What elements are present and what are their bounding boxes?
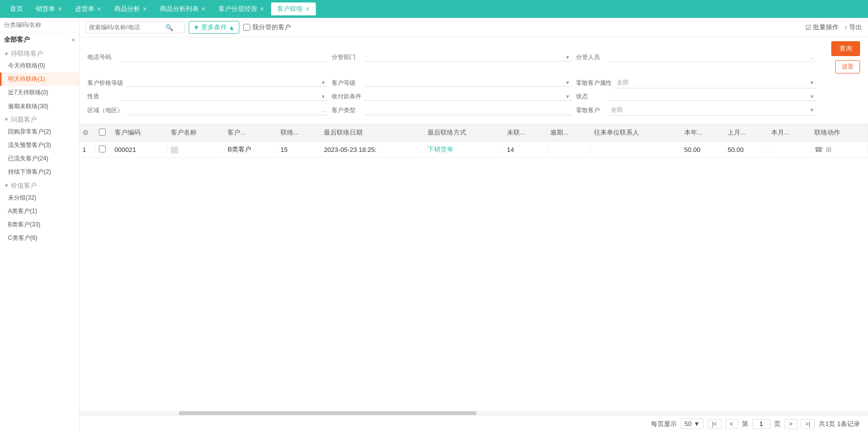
filter-cell-phone: 电话号码 (87, 53, 328, 62)
dept-select[interactable]: ▼ (364, 54, 572, 62)
my-customers-label: 我分管的客户 (252, 23, 291, 32)
col-action: 联络动作 (811, 124, 868, 142)
export-button[interactable]: ↑ 导出 (845, 23, 863, 32)
batch-ops-button[interactable]: ☑ 批量操作 (805, 23, 839, 32)
batch-ops-label: 批量操作 (813, 23, 839, 32)
filter-action-col: 查询 设置 (820, 41, 860, 73)
filter-cell-manager: 分管人员 ... (576, 53, 816, 62)
customer-grade-select[interactable]: ▼ (364, 79, 572, 87)
status-select[interactable]: ▼ (609, 93, 816, 101)
nature-select[interactable]: ▼ (120, 93, 328, 101)
nav-product-analysis[interactable]: 商品分析✕ (108, 2, 153, 15)
prev-page-button[interactable]: < (725, 419, 738, 429)
page-label: 第 (742, 420, 748, 429)
sidebar-item-class-c[interactable]: C类客户(6) (0, 231, 79, 245)
per-page-select[interactable]: 50 ▼ (681, 419, 703, 429)
export-icon: ↑ (845, 24, 848, 31)
search-input[interactable] (89, 24, 163, 31)
manager-dots-button[interactable]: ... (809, 54, 814, 61)
close-customer-seg-icon[interactable]: ✕ (260, 6, 264, 12)
filter-cell-retail-attr: 零散客户属性 全部 ▼ (576, 77, 816, 88)
sidebar-item-class-b[interactable]: B类客户(33) (0, 218, 79, 231)
grid-action-icon[interactable]: ⊞ (826, 145, 832, 153)
row-unit-contact (590, 142, 681, 158)
filter-cell-customer-type: 客户类型 (332, 106, 572, 115)
my-customers-checkbox[interactable] (243, 24, 250, 31)
close-product-analysis-list-icon[interactable]: ✕ (201, 6, 206, 12)
sidebar-item-ungrouped[interactable]: 未分组(32) (0, 191, 79, 205)
settings-button[interactable]: 设置 (835, 60, 860, 73)
nav-sales[interactable]: 销货单✕ (30, 2, 68, 15)
page-input[interactable] (752, 419, 770, 429)
retail-select[interactable]: 全部 ▼ (609, 105, 816, 116)
payment-select[interactable]: ▼ (364, 93, 572, 101)
next-page-button[interactable]: > (785, 419, 797, 429)
status-label: 状态 (576, 92, 606, 101)
sidebar-item-class-a[interactable]: A类客户(1) (0, 205, 79, 218)
sidebar-item-declining[interactable]: 持续下滑客户(2) (0, 165, 79, 179)
sidebar-all-customers[interactable]: 全部客户 « (0, 32, 79, 47)
close-customer-contact-icon[interactable]: ✕ (305, 6, 310, 12)
sidebar-item-tomorrow[interactable]: 明天待联络(1) (0, 72, 79, 86)
last-page-button[interactable]: >| (801, 419, 815, 429)
group-dot2: ▼ (4, 117, 9, 122)
retail-attr-select[interactable]: 全部 ▼ (615, 77, 816, 88)
status-arrow: ▼ (809, 94, 814, 99)
nav-product-analysis-list[interactable]: 商品分析列表✕ (154, 2, 212, 15)
customer-grade-arrow: ▼ (565, 80, 570, 85)
my-customers-checkbox-label[interactable]: 我分管的客户 (243, 23, 291, 32)
table-gear-icon[interactable]: ⚙ (82, 129, 89, 137)
retail-arrow: ▼ (809, 107, 814, 113)
sidebar-group-problem: ▼ 问题客户 (0, 113, 79, 125)
price-grade-select[interactable]: ▼ (126, 79, 328, 87)
filter-row-2: 客户价格等级 ▼ 客户等级 ▼ 零散客户属性 全部 (87, 77, 860, 88)
retail-attr-text: 全部 (617, 78, 629, 87)
region-dots-button[interactable]: ... (321, 107, 326, 114)
query-button[interactable]: 查询 (831, 41, 860, 56)
close-product-analysis-icon[interactable]: ✕ (143, 6, 147, 12)
sidebar-search-input[interactable] (4, 21, 78, 28)
scrollbar-thumb[interactable] (179, 411, 477, 415)
row-name: Ea (168, 142, 224, 158)
sidebar-item-overdue[interactable]: 逾期未联络(30) (0, 100, 79, 113)
price-grade-label: 客户价格等级 (87, 79, 123, 87)
select-all-checkbox[interactable] (99, 129, 106, 136)
contact-action-icon[interactable]: ☎ (814, 145, 823, 153)
filter-cell-nature: 性质 ▼ (87, 92, 328, 101)
phone-input[interactable] (120, 53, 328, 62)
nav-customer-contact[interactable]: 客户联络✕ (271, 2, 316, 15)
row-checkbox-cell (95, 142, 111, 158)
sidebar-item-churn-warning[interactable]: 流失预警客户(3) (0, 139, 79, 152)
nav-purchase[interactable]: 进货单✕ (69, 2, 107, 15)
caret-icon: ▲ (228, 24, 235, 31)
close-sales-icon[interactable]: ✕ (58, 6, 62, 12)
search-icon[interactable]: 🔍 (165, 24, 173, 31)
horizontal-scrollbar[interactable] (79, 411, 868, 415)
group-title-pending: 待联络客户 (11, 49, 43, 58)
sidebar-item-repurchase-abnormal[interactable]: 回购异常客户(2) (0, 125, 79, 139)
close-purchase-icon[interactable]: ✕ (97, 6, 101, 12)
col-type: 客户... (224, 124, 277, 142)
col-unit-contact: 往来单位联系人 (590, 124, 681, 142)
sidebar-item-today[interactable]: 今天待联络(0) (0, 59, 79, 72)
first-page-button[interactable]: |< (708, 419, 722, 429)
row-contact: 15 (277, 142, 320, 158)
more-filter-button[interactable]: ▼ 更多条件 ▲ (189, 21, 239, 34)
phone-label: 电话号码 (87, 53, 117, 62)
last-way-link[interactable]: 下销货单 (428, 145, 453, 153)
sidebar-item-7days[interactable]: 近7天待联络(0) (0, 86, 79, 99)
nature-label: 性质 (87, 92, 117, 101)
retail-attr-arrow: ▼ (809, 80, 814, 85)
row-checkbox[interactable] (99, 145, 106, 152)
filter-cell-retail: 零散客户 全部 ▼ (576, 105, 816, 116)
more-filter-label: 更多条件 (201, 23, 227, 32)
customer-table: ⚙ 客户编码 客户名称 客户... 联络... 最后联络日期 最后联络方式 未联… (79, 124, 868, 158)
nav-home[interactable]: 首页 (4, 2, 29, 15)
sidebar-item-churned[interactable]: 已流失客户(24) (0, 152, 79, 165)
action-icons: ☎ ⊞ (814, 145, 865, 153)
customer-type-input[interactable] (364, 106, 572, 115)
nav-customer-segmentation[interactable]: 客户分层经营✕ (213, 2, 270, 15)
col-code: 客户编码 (111, 124, 168, 142)
filter-cell-dept: 分管部门 ▼ (332, 53, 572, 62)
dept-arrow-icon: ▼ (565, 55, 570, 60)
